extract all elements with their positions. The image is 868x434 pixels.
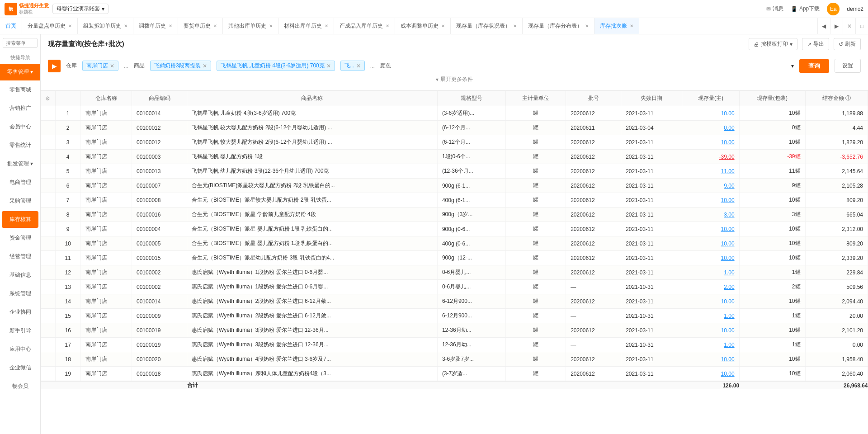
sidebar-item-kucun[interactable]: 库存核算 [2,211,38,228]
close-icon[interactable]: ✕ [513,24,517,28]
remove-warehouse-tag[interactable]: ✕ [110,63,114,69]
row-stock-main[interactable]: 3.00 [682,208,739,222]
close-icon[interactable]: ✕ [68,24,72,28]
tab-yaohuo[interactable]: 要货单历史 ✕ [178,18,223,34]
row-stock-main[interactable]: 1.00 [682,338,739,352]
table-container: ⚙ 仓库名称 商品编码 商品名称 规格型号 主计量单位 批号 失效日期 现存量(… [41,91,868,434]
sidebar-item-lingshoji[interactable]: 零售统计 [2,137,38,154]
row-unit: 罐 [506,367,566,382]
product-more[interactable]: ... [370,63,375,69]
row-stock-main[interactable]: 11.00 [682,164,739,179]
main-layout: 快捷导航 零售管理 ▾ 零售商城 营销推广 会员中心 零售统计 批发管理 ▾ 电… [0,34,868,434]
filter-expand-arrow[interactable]: ▶ [48,60,61,72]
row-stock-main[interactable]: 1.00 [682,265,739,280]
warehouse-more[interactable]: ... [124,63,128,69]
export-btn[interactable]: ↗ 导出 [802,38,829,50]
tab-chengben[interactable]: 成本调整单历史 ✕ [395,18,451,34]
row-unit: 罐 [506,121,566,135]
tab-diaob[interactable]: 调拨单历史 ✕ [133,18,178,34]
row-expire: 2021-03-11 [621,265,682,280]
tab-cailiao[interactable]: 材料出库单历史 ✕ [278,18,334,34]
close-icon[interactable]: ✕ [386,24,389,28]
sidebar-item-dianshang[interactable]: 电商管理 [2,174,38,191]
row-stock-main[interactable]: 0.00 [682,121,739,135]
tab-chancheng[interactable]: 产成品入库单历史 ✕ [334,18,395,34]
sidebar-item-yingyong[interactable]: 应用中心 [2,341,38,358]
sidebar-item-changhui[interactable]: 畅会员 [2,378,38,395]
row-unit: 罐 [506,135,566,150]
app-download-btn[interactable]: 📱 App下载 [791,5,820,13]
sidebar-item-xinshou[interactable]: 新手引导 [2,322,38,339]
close-icon[interactable]: ✕ [585,24,589,28]
row-stock-main[interactable]: 10.00 [682,236,739,251]
sidebar-item-qiye[interactable]: 企业协同 [2,304,38,321]
row-code: 00100012 [132,135,187,150]
tab-home[interactable]: 首页 [0,18,22,34]
tab-xiancun-kucun[interactable]: 现存量（库存状况表） ✕ [451,18,523,34]
nav-expand-btn[interactable]: □ [855,18,868,34]
tab-xiancun-fenbu[interactable]: 现存量（库存分布表） ✕ [523,18,594,34]
refresh-btn[interactable]: ↺ 刷新 [834,38,861,50]
col-settings[interactable]: ⚙ [41,91,55,106]
row-stock-main[interactable]: 10.00 [682,193,739,208]
close-icon[interactable]: ✕ [630,24,633,28]
settings-btn[interactable]: 设置 [835,59,861,73]
row-stock-main[interactable]: 10.00 [682,323,739,338]
table-row: 8 南岸门店 00100016 合生元（BIOSTIME）派星 学龄前儿童配方奶… [41,208,868,222]
nav-close-btn[interactable]: ✕ [843,18,855,34]
row-batch: 20200612 [566,135,621,150]
sidebar-item-yingxiao[interactable]: 营销推广 [2,100,38,117]
row-code: 00100002 [132,280,187,294]
remove-product-tag-3[interactable]: ✕ [356,63,361,69]
sidebar-item-jichu[interactable]: 基础信息 [2,267,38,283]
tab-fenliang[interactable]: 分量盘点单历史 ✕ [22,18,78,34]
store-selector[interactable]: 母婴行业演示账套 ▾ [52,4,108,14]
row-stock-main[interactable]: 10.00 [682,222,739,236]
tab-qitachuku[interactable]: 其他出库单历史 ✕ [223,18,278,34]
row-stock-main[interactable]: 10.00 [682,294,739,309]
sidebar-item-xitong[interactable]: 系统管理 [2,285,38,302]
close-icon[interactable]: ✕ [169,24,172,28]
nav-prev-btn[interactable]: ◀ [817,18,830,34]
row-stock-main[interactable]: 10.00 [682,352,739,367]
user-avatar[interactable]: Ea [827,3,840,15]
message-btn[interactable]: ✉ 消息 [766,5,783,13]
sidebar-item-pifa[interactable]: 批发管理 ▾ [2,156,38,172]
sidebar-item-huiyuan[interactable]: 会员中心 [2,118,38,135]
remove-product-tag-1[interactable]: ✕ [203,63,207,69]
row-stock-pkg: 10罐 [739,323,805,338]
close-icon[interactable]: ✕ [213,24,217,28]
sidebar-shortcut[interactable]: 快捷导航 [0,52,40,64]
sidebar-item-caigou[interactable]: 采购管理 [2,193,38,209]
row-stock-main[interactable]: 10.00 [682,367,739,382]
remove-product-tag-2[interactable]: ✕ [326,63,331,69]
sidebar-item-lingshoi[interactable]: 零售管理 ▾ [0,64,40,80]
sidebar-item-jingying[interactable]: 经营管理 [2,248,38,265]
color-dropdown-arrow[interactable]: ▾ [791,63,794,69]
close-icon[interactable]: ✕ [269,24,273,28]
search-input[interactable] [3,38,38,48]
sidebar-item-weixin[interactable]: 企业微信 [2,359,38,376]
row-stock-main[interactable]: 10.00 [682,106,739,121]
sidebar-item-zijin[interactable]: 资金管理 [2,230,38,246]
filter-expand-row[interactable]: ▾ 展开更多条件 [48,73,861,86]
row-stock-pkg: 10罐 [739,135,805,150]
sidebar-item-lingshoshangcheng[interactable]: 零售商城 [2,81,38,98]
row-index: 7 [55,193,80,208]
close-icon[interactable]: ✕ [325,24,328,28]
row-stock-main[interactable]: 10.00 [682,251,739,265]
row-balance: 2,145.64 [805,164,868,179]
query-btn[interactable]: 查询 [799,59,829,73]
tab-kucun-pici[interactable]: 库存批次账 ✕ [594,18,639,34]
row-expire: 2021-03-11 [621,164,682,179]
row-stock-main[interactable]: 10.00 [682,135,739,150]
row-stock-main[interactable]: 9.00 [682,179,739,193]
close-icon[interactable]: ✕ [124,24,127,28]
row-stock-main[interactable]: 2.00 [682,280,739,294]
template-print-btn[interactable]: 🖨 按模板打印 ▾ [749,38,797,50]
nav-next-btn[interactable]: ▶ [830,18,843,34]
row-stock-main[interactable]: -39.00 [682,150,739,164]
row-stock-main[interactable]: 1.00 [682,309,739,323]
close-icon[interactable]: ✕ [441,24,445,28]
tab-zuzhuang[interactable]: 组装拆卸单历史 ✕ [78,18,133,34]
